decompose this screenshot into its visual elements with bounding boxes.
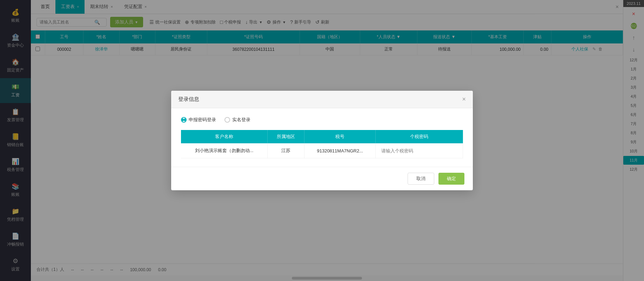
dialog-footer: 取消 确定 <box>171 167 473 190</box>
confirm-button[interactable]: 确定 <box>438 173 464 185</box>
dialog-close-btn[interactable]: × <box>462 96 466 103</box>
dialog-col-tax-password: 个税密码 <box>376 130 463 143</box>
radio-circle-real-name <box>224 117 230 123</box>
dialog-header: 登录信息 × <box>171 91 473 108</box>
dialog-col-region: 所属地区 <box>267 130 304 143</box>
login-dialog: 登录信息 × 申报密码登录 实名登录 客户名称 <box>171 91 473 190</box>
dialog-cell-region: 江苏 <box>267 143 304 158</box>
radio-real-name[interactable]: 实名登录 <box>224 117 250 123</box>
radio-declaration-password[interactable]: 申报密码登录 <box>181 117 216 123</box>
login-info-table: 客户名称 所属地区 税号 个税密码 刘小艳演示账套（勿删勿动... 江苏 913… <box>181 130 463 158</box>
dialog-body: 申报密码登录 实名登录 客户名称 所属地区 税号 个税密码 <box>171 108 473 167</box>
dialog-table-row: 刘小艳演示账套（勿删勿动... 江苏 91320811MA7NGR2... <box>181 143 463 158</box>
dialog-cell-tax-number: 91320811MA7NGR2... <box>304 143 376 158</box>
dialog-overlay[interactable]: 登录信息 × 申报密码登录 实名登录 客户名称 <box>0 0 644 281</box>
tax-password-input[interactable] <box>381 148 457 153</box>
cancel-button[interactable]: 取消 <box>408 173 434 185</box>
dialog-col-tax-number: 税号 <box>304 130 376 143</box>
dialog-cell-client-name: 刘小艳演示账套（勿删勿动... <box>181 143 267 158</box>
dialog-cell-tax-password[interactable] <box>376 143 463 158</box>
dialog-col-client-name: 客户名称 <box>181 130 267 143</box>
radio-circle-declaration <box>181 117 187 123</box>
login-method-radio-group: 申报密码登录 实名登录 <box>181 117 463 123</box>
dialog-title: 登录信息 <box>178 96 199 103</box>
